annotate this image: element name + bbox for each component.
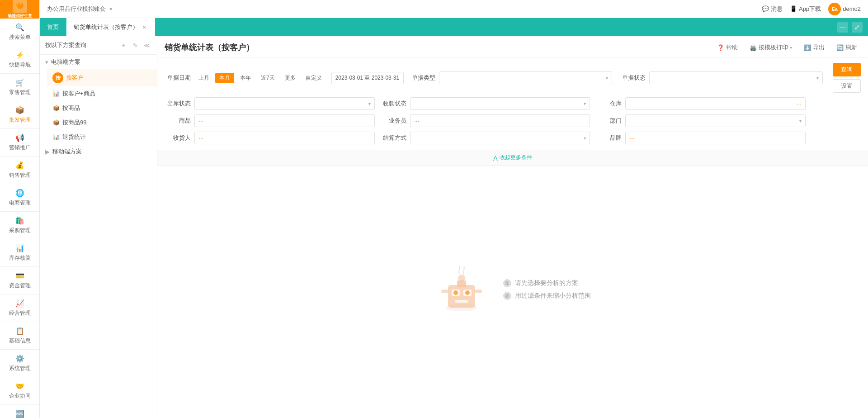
salesperson-select[interactable]: ··· [410, 114, 590, 127]
date-range-input[interactable]: 2023-03-01 至 2023-03-31 [331, 72, 404, 84]
sidebar-item-label: 基础信息 [9, 337, 31, 345]
receive-status-select[interactable]: ▾ [410, 97, 590, 110]
left-panel: 按以下方案查询 ＋ ✎ ≪ ▾ 电脑端方案 [40, 36, 157, 418]
group-expand-icon: ▾ [45, 59, 48, 66]
sidebar-item-newguide[interactable]: 🆕 新手引导 [0, 405, 40, 418]
hint-text-2: 用过滤条件来缩小分析范围 [515, 292, 591, 300]
product-dots: ··· [198, 117, 204, 124]
sidebar-item-wholesale[interactable]: 📦 批发管理 [0, 101, 40, 129]
query-btn[interactable]: 查询 [833, 63, 861, 76]
sidebar-item-ecommerce[interactable]: 🌐 电商管理 [0, 184, 40, 212]
date-tab-more[interactable]: 更多 [281, 73, 300, 83]
out-status-input: ▾ [194, 97, 375, 110]
wholesale-icon: 📦 [15, 106, 24, 115]
tree-item-customer-product[interactable]: 📊 按客户+商品 [47, 86, 157, 101]
message-icon: 💬 [762, 5, 769, 12]
main-area: 办公用品行业模拟账套 ▾ 💬 消息 📱 App下载 Ea demo2 首页 销货… [40, 0, 868, 418]
date-tab-last7[interactable]: 近7天 [257, 73, 279, 83]
empty-hint-1: ① 请先选择要分析的方案 [503, 279, 591, 287]
date-tab-this-month[interactable]: 本月 [215, 73, 234, 83]
content-area: 按以下方案查询 ＋ ✎ ≪ ▾ 电脑端方案 [40, 36, 868, 418]
sidebar-item-quick[interactable]: ⚡ 快捷导航 [0, 46, 40, 74]
user-info[interactable]: Ea demo2 [828, 3, 861, 15]
search-icon: 🔍 [15, 23, 24, 32]
basic-icon: 📋 [15, 327, 24, 336]
filter-cell-warehouse: 仓库 ··· [595, 97, 806, 110]
sidebar-item-label: 营销推广 [9, 144, 31, 152]
empty-text: ① 请先选择要分析的方案 ② 用过滤条件来缩小分析范围 [503, 279, 591, 304]
sidebar-item-label: 库存核算 [9, 254, 31, 262]
sidebar-item-marketing[interactable]: 📢 营销推广 [0, 129, 40, 157]
left-panel-title: 按以下方案查询 [45, 41, 86, 49]
date-tab-last-month[interactable]: 上月 [194, 73, 213, 83]
brand-select[interactable]: ··· [625, 132, 806, 144]
sidebar-item-inventory[interactable]: 📊 库存核算 [0, 239, 40, 267]
date-label: 单据日期 [165, 74, 191, 82]
newguide-icon: 🆕 [15, 409, 24, 418]
settings-btn[interactable]: 设置 [833, 79, 861, 93]
department-select[interactable]: ▾ [625, 114, 806, 127]
edit-scheme-btn[interactable]: ✎ [131, 41, 140, 50]
tab-maximize-btn[interactable]: ⤢ [852, 22, 863, 33]
operations-icon: 📈 [15, 299, 24, 308]
sidebar-item-purchase[interactable]: 🛍️ 采购管理 [0, 212, 40, 239]
refresh-btn[interactable]: 🔄 刷新 [833, 42, 861, 53]
filter-cell-settlement: 结算方式 ▾ [380, 132, 590, 144]
receiver-select[interactable]: ··· [194, 132, 375, 144]
page-actions: ❓ 帮助 🖨️ 按模板打印 ▾ ⬇️ 导出 🔄 刷新 [713, 42, 861, 53]
sidebar-item-system[interactable]: ⚙️ 系统管理 [0, 350, 40, 377]
cooperation-icon: 🤝 [15, 382, 24, 391]
message-label: 消息 [771, 5, 783, 13]
hint-num-2: ② [503, 292, 511, 300]
help-btn[interactable]: ❓ 帮助 [713, 42, 741, 53]
order-status-chevron: ▾ [816, 76, 819, 81]
sidebar-item-operations[interactable]: 📈 经营管理 [0, 294, 40, 322]
tree-item-return-stats[interactable]: 📊 退货统计 [47, 130, 157, 144]
settlement-select[interactable]: ▾ [410, 132, 590, 144]
order-status-select[interactable]: ▾ [649, 71, 823, 84]
tab-home[interactable]: 首页 [40, 18, 66, 36]
order-type-select[interactable]: ▾ [439, 71, 613, 84]
tree-group-desktop[interactable]: ▾ 电脑端方案 [40, 55, 157, 69]
filter-cell-order-type: 单据类型 ▾ [409, 71, 613, 84]
salesperson-label: 业务员 [380, 117, 406, 125]
tab-minimize-btn[interactable]: — [837, 22, 848, 33]
tree-group-mobile[interactable]: ▶ 移动端方案 [40, 144, 157, 159]
active-indicator: 按 [52, 72, 63, 83]
receive-status-chevron: ▾ [584, 101, 586, 106]
tree-item-by-product-99[interactable]: 📦 按商品99 [47, 115, 157, 130]
export-btn[interactable]: ⬇️ 导出 [800, 42, 828, 53]
warehouse-select[interactable]: ··· [625, 97, 806, 110]
tab-close-icon[interactable]: ✕ [141, 24, 147, 30]
sidebar-item-finance[interactable]: 💳 资金管理 [0, 267, 40, 294]
print-btn[interactable]: 🖨️ 按模板打印 ▾ [746, 42, 796, 53]
collapse-bar[interactable]: ⋀ 收起更多条件 [157, 150, 868, 166]
tree-item-by-customer[interactable]: 按 按客户 [47, 69, 157, 86]
order-status-input: ▾ [649, 71, 823, 84]
filter-cell-date: 单据日期 上月 本月 本年 近7天 更多 自定义 2023-03-01 至 20… [165, 72, 404, 84]
sidebar-item-label: 采购管理 [9, 227, 31, 234]
add-scheme-btn[interactable]: ＋ [119, 41, 128, 50]
out-status-select[interactable]: ▾ [194, 97, 375, 110]
date-tab-this-year[interactable]: 本年 [236, 73, 255, 83]
top-header: 办公用品行业模拟账套 ▾ 💬 消息 📱 App下载 Ea demo2 [40, 0, 868, 18]
product-select[interactable]: ··· [194, 114, 375, 127]
sidebar-item-search[interactable]: 🔍 搜索菜单 [0, 19, 40, 46]
sidebar-item-label: 电商管理 [9, 199, 31, 207]
sidebar-item-retail[interactable]: 🛒 零售管理 [0, 74, 40, 101]
tree-item-by-product[interactable]: 📦 按商品 [47, 101, 157, 115]
date-tab-custom[interactable]: 自定义 [302, 73, 326, 83]
sidebar-item-cooperation[interactable]: 🤝 企业协同 [0, 377, 40, 405]
sidebar-item-sales[interactable]: 💰 销售管理 [0, 157, 40, 184]
receiver-input: ··· [194, 132, 375, 144]
hint-num-1: ① [503, 279, 511, 287]
message-btn[interactable]: 💬 消息 [762, 5, 783, 13]
refresh-label: 刷新 [845, 43, 857, 52]
dropdown-icon[interactable]: ▾ [109, 5, 113, 12]
app-download-btn[interactable]: 📱 App下载 [790, 5, 821, 13]
tab-report[interactable]: 销货单统计表（按客户） ✕ [66, 18, 155, 36]
purchase-icon: 🛍️ [15, 216, 24, 225]
collapse-panel-btn[interactable]: ≪ [142, 41, 151, 50]
receive-status-label: 收款状态 [380, 100, 406, 108]
sidebar-item-basic[interactable]: 📋 基础信息 [0, 322, 40, 350]
